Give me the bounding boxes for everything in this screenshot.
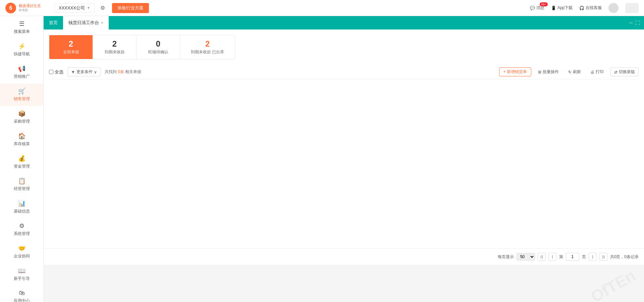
sidebar-item-enterprise[interactable]: 🤝 企业协同 [0, 241, 43, 263]
sidebar-item-system[interactable]: ⚙ 系统管理 [0, 218, 43, 241]
tab-active-label: 钱货日清工作台 [68, 20, 99, 26]
sidebar-item-inventory[interactable]: 🏠 库存核算 [0, 128, 43, 151]
quicknav-icon: ⚡ [18, 43, 25, 50]
purchase-icon: 📦 [18, 110, 25, 117]
sidebar-label-guide: 新手引导 [14, 276, 30, 282]
more-conditions-label: 更多条件 [76, 69, 93, 75]
sidebar-label-appstore: 应用中心 [14, 298, 30, 302]
sidebar-item-base[interactable]: 📊 基础信息 [0, 196, 43, 218]
sidebar-label-operation: 经营管理 [14, 186, 30, 192]
tab-maximize-icon[interactable]: ⛶ [635, 20, 640, 25]
select-all-checkbox[interactable]: 全选 [49, 69, 63, 75]
total-label: 共0页，0条记录 [610, 254, 639, 260]
table-area [49, 82, 639, 243]
toolbar: 全选 ▼ 更多条件 ∨ 共找到 0条 相关单据 + 新增销货单 [49, 65, 639, 79]
select-all-label: 全选 [55, 69, 63, 75]
switch-icon: ⇄ [614, 70, 618, 74]
last-page-button[interactable]: ⟩⟩ [599, 253, 607, 261]
settings-icon-btn[interactable]: ⚙ [97, 3, 108, 13]
tab-minimize-icon[interactable]: ─ [629, 20, 633, 25]
tab-active[interactable]: 钱货日清工作台 × [63, 16, 109, 29]
sidebar-label-finance: 资金管理 [14, 164, 30, 169]
refresh-button[interactable]: ↻ 刷新 [566, 68, 584, 76]
stat-number-shipped: 2 [191, 39, 224, 49]
logo-sub: 标准版 [19, 8, 41, 12]
per-page-select[interactable]: 50 100 200 [517, 253, 535, 260]
inner-content: 2 全部单据 2 到期未收款 0 旺辅待确认 2 到期未收款 已出库 [44, 29, 644, 248]
logo-text: 畅捷通好生意 [19, 3, 41, 8]
sidebar-label-marketing: 营销推广 [14, 74, 30, 79]
tab-right: ─ ⛶ [629, 20, 644, 25]
sidebar-item-search[interactable]: ☰ 搜索菜单 [0, 16, 43, 39]
page-number-input[interactable] [566, 253, 579, 261]
tab-home-label: 首页 [49, 20, 58, 26]
prev-page-button[interactable]: ⟨ [548, 253, 556, 261]
appstore-icon: 🛍 [19, 290, 25, 297]
message-button[interactable]: 💬 消息 99+ [530, 5, 544, 11]
inventory-icon: 🏠 [18, 132, 25, 140]
tab-home[interactable]: 首页 [44, 16, 63, 29]
switch-new-version-button[interactable]: ⇄ 切换新版 [610, 67, 639, 76]
page-suffix: 页 [582, 254, 586, 260]
operation-icon: 📋 [18, 177, 25, 185]
tab-close-icon[interactable]: × [101, 20, 103, 25]
stat-number-wangpu: 0 [147, 39, 169, 49]
try-industry-button[interactable]: 体验行业方案 [112, 3, 149, 13]
sidebar-label-search: 搜索菜单 [14, 29, 30, 35]
select-all-input[interactable] [49, 70, 53, 74]
stat-label-shipped: 到期未收款 已出库 [191, 49, 224, 55]
sidebar-item-purchase[interactable]: 📦 采购管理 [0, 106, 43, 128]
app-download-icon: 📱 [551, 6, 556, 10]
message-badge: 99+ [540, 2, 547, 6]
tab-bar: 首页 钱货日清工作台 × ─ ⛶ [44, 16, 644, 29]
sidebar-label-sales: 销售管理 [14, 96, 30, 102]
sidebar-label-inventory: 库存核算 [14, 141, 30, 147]
page-content: 2 全部单据 2 到期未收款 0 旺辅待确认 2 到期未收款 已出库 [44, 29, 644, 302]
sidebar-item-quicknav[interactable]: ⚡ 快捷导航 [0, 39, 43, 61]
app-download-button[interactable]: 📱 App下载 [551, 5, 573, 11]
headset-icon: 🎧 [579, 6, 584, 10]
user-menu[interactable] [625, 3, 639, 13]
chevron-icon: ∨ [94, 70, 97, 74]
sidebar-label-purchase: 采购管理 [14, 119, 30, 124]
batch-operations-button[interactable]: ⊞ 批量操作 [535, 68, 561, 76]
filter-icon: ▼ [71, 70, 75, 74]
system-icon: ⚙ [19, 222, 24, 230]
chevron-down-icon: ▼ [87, 6, 90, 10]
sidebar-label-system: 系统管理 [14, 231, 30, 237]
sidebar-item-guide[interactable]: 📖 新手引导 [0, 263, 43, 286]
top-header: 6 畅捷通好生意 标准版 XXXXXX公司 ▼ ⚙ 体验行业方案 💬 消息 99… [0, 0, 644, 16]
message-icon: 💬 [530, 6, 535, 10]
stat-label-all: 全部单据 [60, 49, 82, 55]
sidebar: ☰ 搜索菜单 ⚡ 快捷导航 📢 营销推广 🛒 销售管理 📦 采购管理 🏠 库存核… [0, 16, 44, 302]
company-name: XXXXXX公司 [59, 5, 85, 11]
sidebar-label-quicknav: 快捷导航 [14, 51, 30, 57]
sidebar-item-marketing[interactable]: 📢 营销推广 [0, 61, 43, 83]
sidebar-label-enterprise: 企业协同 [14, 253, 30, 259]
stat-card-overdue[interactable]: 2 到期未收款 [93, 35, 137, 59]
stat-card-wangpu[interactable]: 0 旺辅待确认 [137, 35, 180, 59]
sidebar-item-operation[interactable]: 📋 经营管理 [0, 173, 43, 196]
avatar[interactable] [608, 3, 619, 13]
sidebar-item-sales[interactable]: 🛒 销售管理 [0, 83, 43, 106]
page-label: 第 [559, 254, 563, 260]
more-conditions-button[interactable]: ▼ 更多条件 ∨ [67, 67, 101, 76]
batch-icon: ⊞ [538, 70, 541, 74]
first-page-button[interactable]: ⟨⟨ [538, 253, 546, 261]
print-button[interactable]: 🖨 打印 [588, 68, 606, 76]
stat-card-shipped[interactable]: 2 到期未收款 已出库 [180, 35, 235, 59]
company-selector[interactable]: XXXXXX公司 ▼ [54, 3, 95, 13]
marketing-icon: 📢 [18, 65, 25, 72]
enterprise-icon: 🤝 [18, 245, 25, 252]
main-content: 首页 钱货日清工作台 × ─ ⛶ 2 全部单据 [44, 16, 644, 302]
new-sales-order-button[interactable]: + 新增销货单 [499, 67, 531, 76]
finance-icon: 💰 [18, 155, 25, 162]
sidebar-item-appstore[interactable]: 🛍 应用中心 [0, 286, 43, 302]
sidebar-item-finance[interactable]: 💰 资金管理 [0, 151, 43, 173]
stat-label-wangpu: 旺辅待确认 [147, 49, 169, 55]
header-right: 💬 消息 99+ 📱 App下载 🎧 在线客服 [530, 3, 639, 13]
logo-icon: 6 [5, 3, 16, 13]
online-service-button[interactable]: 🎧 在线客服 [579, 5, 602, 11]
next-page-button[interactable]: ⟩ [589, 253, 597, 261]
stat-card-all[interactable]: 2 全部单据 [49, 35, 93, 59]
